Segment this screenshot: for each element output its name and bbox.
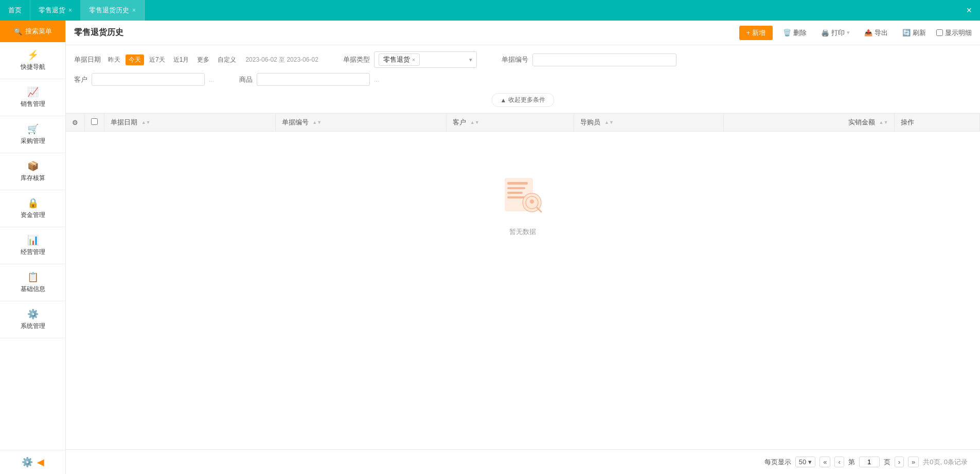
add-button[interactable]: + 新增 (739, 26, 773, 40)
print-icon: 🖨️ (821, 29, 829, 37)
col-amount-sort[interactable]: ▲▼ (879, 120, 888, 125)
doc-type-tag: 零售退货 × (379, 53, 420, 66)
col-doc-date[interactable]: 单据日期 ▲▼ (104, 114, 276, 132)
col-settings[interactable]: ⚙ (66, 114, 85, 132)
goods-input[interactable] (257, 73, 370, 86)
show-detail-label: 显示明细 (945, 28, 972, 38)
goods-label: 商品 (239, 75, 253, 84)
table-header-row: ⚙ 单据日期 ▲▼ 单据编号 ▲▼ (66, 114, 980, 132)
col-doc-date-sort[interactable]: ▲▼ (141, 120, 151, 125)
collapse-label: 收起更多条件 (508, 96, 545, 104)
col-amount[interactable]: 实销金额 ▲▼ (723, 114, 895, 132)
tab-retail-return-label: 零售退货 (39, 6, 65, 15)
sidebar-item-system-label: 系统管理 (21, 322, 45, 331)
pagination-bar: 每页显示 50 ▾ « ‹ 第 页 › » 共0页, 0条记录 (66, 449, 980, 474)
refresh-button[interactable]: 🔄 刷新 (898, 26, 930, 40)
per-page-select[interactable]: 50 ▾ (795, 457, 815, 467)
doc-no-input[interactable] (532, 53, 676, 66)
window-close-button[interactable]: × (958, 5, 980, 16)
doc-type-label: 单据类型 (343, 55, 370, 64)
page-input[interactable] (859, 457, 880, 467)
customer-dots[interactable]: ... (209, 76, 215, 83)
customer-label: 客户 (74, 75, 87, 84)
content-area: 零售退货历史 + 新增 🗑️ 删除 🖨️ 打印 ▾ 📤 导出 🔄 (66, 21, 980, 474)
sidebar-search-label: 搜索菜单 (25, 27, 52, 36)
tab-retail-return[interactable]: 零售退货 × (30, 0, 81, 21)
next-page-button[interactable]: › (895, 457, 904, 467)
customer-input[interactable] (92, 73, 205, 86)
export-button[interactable]: 📤 导出 (860, 26, 892, 40)
doc-type-select[interactable]: 零售退货 × ▾ (374, 51, 477, 68)
sidebar-item-basic-info-label: 基础信息 (21, 285, 45, 294)
page-unit: 页 (884, 458, 890, 467)
col-checkbox[interactable] (85, 114, 104, 132)
col-guide[interactable]: 导购员 ▲▼ (574, 114, 723, 132)
sidebar-item-system[interactable]: ⚙️ 系统管理 (0, 301, 65, 338)
print-arrow-icon: ▾ (847, 29, 850, 36)
table-area: ⚙ 单据日期 ▲▼ 单据编号 ▲▼ (66, 114, 980, 449)
tab-bar: 首页 零售退货 × 零售退货历史 × (0, 0, 958, 21)
empty-illustration (497, 173, 548, 219)
show-detail-checkbox-group[interactable]: 显示明细 (936, 28, 972, 38)
col-doc-no-sort[interactable]: ▲▼ (312, 120, 322, 125)
sidebar-item-finance[interactable]: 🔒 资金管理 (0, 190, 65, 227)
sidebar-item-sales-label: 销售管理 (21, 100, 45, 108)
sales-icon: 📈 (27, 86, 39, 98)
tab-retail-return-close[interactable]: × (68, 7, 72, 14)
per-page-arrow: ▾ (808, 458, 812, 466)
tab-home-label: 首页 (8, 6, 22, 15)
date-btn-custom[interactable]: 自定义 (215, 54, 239, 65)
date-btn-yesterday[interactable]: 昨天 (105, 54, 123, 65)
per-page-value: 50 (799, 458, 806, 466)
basic-info-icon: 📋 (27, 271, 39, 283)
export-icon: 📤 (864, 29, 872, 37)
first-page-button[interactable]: « (819, 457, 830, 467)
sidebar-item-inventory[interactable]: 📦 库存核算 (0, 153, 65, 190)
last-page-button[interactable]: » (908, 457, 919, 467)
system-icon: ⚙️ (27, 308, 39, 320)
purchase-icon: 🛒 (27, 123, 39, 135)
sidebar-item-sales[interactable]: 📈 销售管理 (0, 79, 65, 116)
sidebar-item-basic-info[interactable]: 📋 基础信息 (0, 264, 65, 301)
finance-icon: 🔒 (27, 197, 39, 209)
collapse-icon: ▲ (501, 97, 507, 104)
tab-retail-return-history-close[interactable]: × (132, 7, 136, 14)
col-customer[interactable]: 客户 ▲▼ (447, 114, 574, 132)
sidebar-item-quicknav[interactable]: ⚡ 快捷导航 (0, 42, 65, 79)
goods-dots[interactable]: ... (374, 76, 380, 83)
doc-type-tag-remove[interactable]: × (412, 57, 415, 63)
sidebar-item-purchase[interactable]: 🛒 采购管理 (0, 116, 65, 153)
prev-page-button[interactable]: ‹ (834, 457, 844, 467)
col-customer-sort[interactable]: ▲▼ (470, 120, 479, 125)
sidebar-item-quicknav-label: 快捷导航 (21, 63, 45, 71)
print-button[interactable]: 🖨️ 打印 ▾ (817, 26, 854, 40)
delete-icon: 🗑️ (783, 29, 791, 37)
date-btn-1month[interactable]: 近1月 (170, 54, 192, 65)
collapse-button[interactable]: ▲ 收起更多条件 (492, 93, 555, 107)
refresh-label: 刷新 (913, 28, 926, 38)
tab-home[interactable]: 首页 (0, 0, 30, 21)
top-nav: 首页 零售退货 × 零售退货历史 × × (0, 0, 980, 21)
col-guide-sort[interactable]: ▲▼ (604, 120, 614, 125)
sidebar-search[interactable]: 🔍 搜索菜单 (0, 21, 65, 42)
show-detail-checkbox[interactable] (936, 29, 943, 36)
settings-icon[interactable]: ⚙ (72, 119, 78, 126)
date-btn-more[interactable]: 更多 (194, 54, 212, 65)
tab-retail-return-history[interactable]: 零售退货历史 × (81, 0, 145, 21)
svg-rect-1 (507, 182, 528, 185)
export-label: 导出 (875, 28, 888, 38)
settings-bottom-icon[interactable]: ⚙️ (22, 457, 33, 468)
sidebar-item-operations[interactable]: 📊 经营管理 (0, 227, 65, 264)
collapse-sidebar-icon[interactable]: ◀ (37, 457, 44, 468)
refresh-icon: 🔄 (902, 29, 911, 37)
delete-label: 删除 (793, 28, 807, 38)
select-all-checkbox[interactable] (91, 118, 98, 125)
date-btn-7days[interactable]: 近7天 (146, 54, 168, 65)
sidebar: 🔍 搜索菜单 ⚡ 快捷导航 📈 销售管理 🛒 采购管理 📦 库存核算 🔒 资金管… (0, 21, 66, 474)
date-filter-label: 单据日期 (74, 55, 101, 64)
col-doc-no[interactable]: 单据编号 ▲▼ (275, 114, 447, 132)
date-btn-today[interactable]: 今天 (126, 54, 144, 65)
delete-button[interactable]: 🗑️ 删除 (779, 26, 811, 40)
sidebar-item-inventory-label: 库存核算 (21, 174, 45, 183)
empty-text: 暂无数据 (509, 227, 536, 236)
